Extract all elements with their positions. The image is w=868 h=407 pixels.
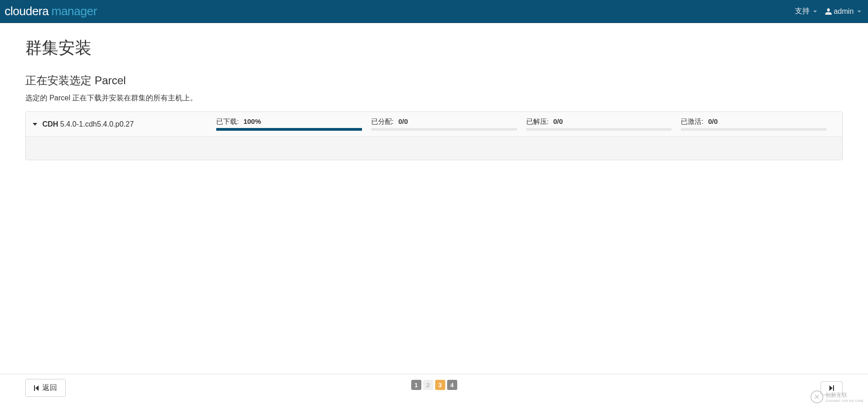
progress-bar [371, 128, 517, 131]
caret-down-icon [813, 11, 817, 12]
progress-value: 0/0 [398, 117, 408, 125]
navbar-right: 支持 admin [795, 6, 861, 16]
progress-label: 已分配: [371, 117, 394, 126]
progress-value: 0/0 [553, 117, 563, 125]
page-subtitle: 正在安装选定 Parcel [25, 73, 843, 88]
support-label: 支持 [795, 6, 810, 16]
progress-unpacked: 已解压: 0/0 [526, 117, 677, 131]
progress-label: 已解压: [526, 117, 549, 126]
main-content: 群集安装 正在安装选定 Parcel 选定的 Parcel 正在下载并安装在群集… [0, 23, 868, 197]
navbar: cloudera manager 支持 admin [0, 0, 868, 23]
parcel-panel-body [26, 137, 842, 160]
progress-activated: 已激活: 0/0 [681, 117, 831, 131]
page-description: 选定的 Parcel 正在下载并安装在群集的所有主机上。 [25, 93, 843, 103]
parcel-version: 5.4.0-1.cdh5.4.0.p0.27 [60, 120, 134, 128]
chevron-down-icon[interactable] [32, 122, 38, 127]
progress-bar [681, 128, 827, 131]
parcel-name: CDH [42, 120, 58, 128]
caret-down-icon [857, 11, 861, 12]
user-icon [825, 8, 832, 15]
progress-bar [526, 128, 672, 131]
parcel-name-cell: CDH 5.4.0-1.cdh5.4.0.p0.27 [32, 120, 216, 128]
progress-label: 已下载: [216, 117, 239, 126]
brand-secondary: manager [52, 4, 97, 18]
parcel-panel: CDH 5.4.0-1.cdh5.4.0.p0.27 已下载: 100% 已分配… [25, 111, 843, 160]
support-menu[interactable]: 支持 [795, 6, 817, 16]
progress-bar [216, 128, 362, 131]
progress-value: 100% [243, 117, 261, 125]
brand-primary: cloudera [5, 4, 49, 18]
brand-logo[interactable]: cloudera manager [0, 4, 97, 18]
progress-value: 0/0 [708, 117, 718, 125]
user-label: admin [834, 7, 854, 16]
progress-downloaded: 已下载: 100% [216, 117, 367, 131]
progress-label: 已激活: [681, 117, 703, 126]
parcel-row: CDH 5.4.0-1.cdh5.4.0.p0.27 已下载: 100% 已分配… [26, 112, 842, 137]
user-menu[interactable]: admin [825, 7, 861, 16]
page-title: 群集安装 [25, 37, 843, 59]
progress-distributed: 已分配: 0/0 [371, 117, 522, 131]
